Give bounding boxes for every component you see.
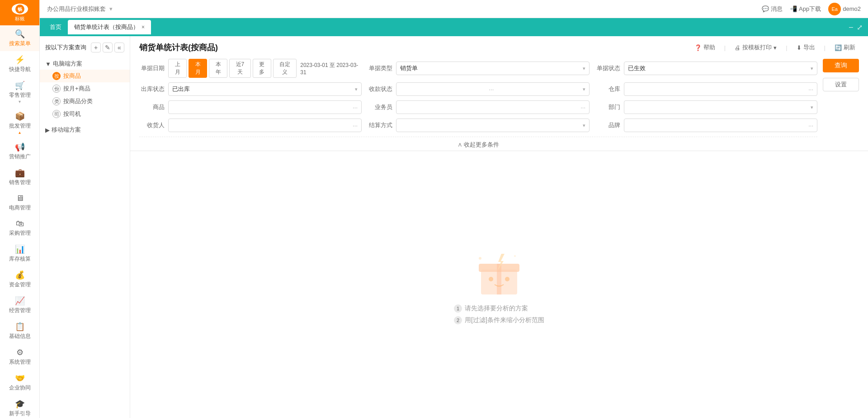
app-download-icon: 📲 [790, 5, 797, 12]
empty-tip-2: 2 用[过滤]条件来缩小分析范围 [454, 316, 544, 324]
filter-row-1: 单据日期 上月 本月 本年 近7天 更多 自定义 2023-03-01 至 20… [139, 59, 817, 78]
scheme-item-by-month-product[interactable]: 份 按月+商品 [40, 82, 130, 95]
sidebar-item-quick-nav[interactable]: ⚡ 快捷导航 [0, 51, 39, 77]
page-title-row: 销货单统计表(按商品) ❓ 帮助 | 🖨 按模板打印 ▾ | [139, 42, 859, 53]
template-print-btn[interactable]: 🖨 按模板打印 ▾ [731, 42, 780, 53]
receiver-control[interactable]: ··· [168, 119, 362, 132]
tab-close-icon[interactable]: × [142, 24, 145, 30]
sidebar-item-inventory[interactable]: 📊 库存核算 [0, 241, 39, 266]
divider3: | [824, 44, 826, 51]
ecommerce-icon: 🖥 [16, 194, 24, 203]
sidebar-item-wholesale[interactable]: 📦 批发管理 ▴ [0, 108, 39, 138]
basic-icon: 📋 [15, 322, 25, 332]
collapse-scheme-btn[interactable]: « [114, 43, 124, 52]
date-btn-this-year[interactable]: 本年 [209, 59, 227, 78]
inventory-icon: 📊 [15, 244, 25, 254]
out-status-control[interactable]: 已出库 ▾ [168, 82, 362, 96]
doc-status-control[interactable]: 已生效 ▾ [624, 62, 817, 75]
header-left: 办公用品行业模拟账套 ▾ [47, 5, 113, 13]
warehouse-label: 仓库 [595, 85, 620, 93]
warehouse-dots[interactable]: ··· [808, 86, 813, 93]
filter-warehouse: 仓库 ··· [595, 82, 817, 96]
tab-active[interactable]: 销货单统计表（按商品） × [68, 20, 151, 34]
tab-home[interactable]: 首页 [43, 20, 68, 34]
quick-nav-icon: ⚡ [15, 55, 25, 65]
sidebar-item-sales[interactable]: 💼 销售管理 [0, 164, 39, 190]
filter-area: 单据日期 上月 本月 本年 近7天 更多 自定义 2023-03-01 至 20… [139, 59, 859, 151]
date-btn-7days[interactable]: 近7天 [229, 59, 250, 78]
date-btn-last-month[interactable]: 上月 [168, 59, 187, 78]
query-btn[interactable]: 查询 [823, 59, 859, 72]
scheme-item-by-cashier[interactable]: 司 按司机 [40, 108, 130, 120]
settings-btn[interactable]: 设置 [823, 78, 859, 91]
maximize-btn[interactable]: ⤢ [857, 23, 863, 32]
collect-status-dots[interactable]: ··· [489, 86, 494, 93]
collect-status-control[interactable]: ··· ▾ [396, 82, 590, 96]
salesperson-control[interactable]: ··· [396, 100, 590, 114]
dept-arrow: ▾ [811, 104, 813, 110]
warehouse-control[interactable]: ··· [624, 82, 817, 96]
refresh-btn[interactable]: 🔄 刷新 [831, 42, 859, 53]
settlement-control[interactable]: ▾ [396, 119, 590, 132]
search-icon: 🔍 [15, 29, 25, 39]
expand-mobile-icon: ▶ [45, 127, 50, 133]
svg-point-9 [514, 255, 516, 257]
operations-icon: 📈 [15, 296, 25, 306]
doc-type-control[interactable]: 销货单 ▾ [396, 62, 590, 75]
add-scheme-btn[interactable]: + [91, 43, 101, 52]
brand-control[interactable]: ··· [624, 119, 817, 132]
sidebar-item-system[interactable]: ⚙ 系统管理 [0, 344, 39, 370]
app-download-btn[interactable]: 📲 App下载 [790, 5, 821, 13]
wholesale-icon: 📦 [15, 111, 25, 121]
logo-icon: 畅 [12, 4, 28, 14]
sidebar-item-purchase[interactable]: 🛍 采购管理 [0, 215, 39, 241]
sidebar-item-finance[interactable]: 💰 资金管理 [0, 266, 39, 292]
dropdown-icon[interactable]: ▾ [109, 5, 113, 12]
export-btn[interactable]: ⬇ 导出 [793, 42, 819, 53]
filter-settlement: 结算方式 ▾ [367, 119, 590, 132]
minimize-btn[interactable]: – [849, 23, 853, 31]
desktop-group-header[interactable]: ▼ 电脑端方案 [40, 58, 130, 70]
sidebar-item-search[interactable]: 🔍 搜索菜单 [0, 25, 39, 51]
print-dropdown-icon: ▾ [774, 44, 777, 51]
sidebar-item-ecommerce[interactable]: 🖥 电商管理 [0, 190, 39, 215]
doc-status-label: 单据状态 [595, 64, 620, 72]
desktop-scheme-group: ▼ 电脑端方案 按 按商品 份 按月+商品 类 按商品分类 司 按司机 [40, 56, 130, 122]
message-btn[interactable]: 💬 消息 [762, 5, 783, 13]
date-btn-custom[interactable]: 自定义 [273, 59, 297, 78]
sidebar-item-retail[interactable]: 🛒 零售管理 ▾ [0, 77, 39, 108]
home-label: 首页 [50, 23, 61, 31]
sidebar-item-basic[interactable]: 📋 基础信息 [0, 318, 39, 344]
date-btn-more[interactable]: 更多 [253, 59, 271, 78]
help-btn[interactable]: ❓ 帮助 [691, 42, 719, 53]
settlement-arrow: ▾ [583, 123, 585, 128]
edit-scheme-btn[interactable]: ✎ [103, 43, 113, 52]
page-actions: ❓ 帮助 | 🖨 按模板打印 ▾ | ⬇ 导出 [691, 42, 859, 53]
svg-rect-4 [497, 264, 501, 294]
collapse-filters-btn[interactable]: ∧ 收起更多条件 [458, 141, 500, 149]
user-menu[interactable]: Ea demo2 [828, 3, 861, 15]
purchase-icon: 🛍 [16, 219, 24, 228]
dept-control[interactable]: ▾ [624, 100, 817, 114]
receiver-dots[interactable]: ··· [353, 122, 358, 129]
scheme-item-by-category[interactable]: 类 按商品分类 [40, 95, 130, 108]
product-dots[interactable]: ··· [353, 104, 358, 111]
filter-product: 商品 ··· [139, 100, 362, 114]
product-control[interactable]: ··· [168, 100, 362, 114]
sidebar-item-operations[interactable]: 📈 经营管理 [0, 292, 39, 318]
scheme-panel: 按以下方案查询 + ✎ « ▼ 电脑端方案 按 按商品 份 按月+ [40, 36, 130, 418]
date-btn-this-month[interactable]: 本月 [189, 59, 207, 78]
salesperson-dots[interactable]: ··· [580, 104, 585, 111]
dept-label: 部门 [595, 103, 620, 111]
active-tab-label: 销货单统计表（按商品） [74, 23, 139, 31]
mobile-group-header[interactable]: ▶ 移动端方案 [40, 124, 130, 136]
brand-dots[interactable]: ··· [808, 122, 813, 129]
scheme-item-by-product[interactable]: 按 按商品 [40, 70, 130, 82]
enterprise-icon: 🤝 [15, 373, 25, 383]
by-month-product-icon: 份 [52, 85, 61, 93]
sidebar-item-enterprise[interactable]: 🤝 企业协同 [0, 370, 39, 395]
sidebar-item-marketing[interactable]: 📢 营销推广 [0, 138, 39, 164]
sidebar-item-newbie[interactable]: 🎓 新手引导 [0, 395, 39, 418]
empty-illustration [472, 245, 526, 299]
svg-point-6 [505, 277, 509, 281]
